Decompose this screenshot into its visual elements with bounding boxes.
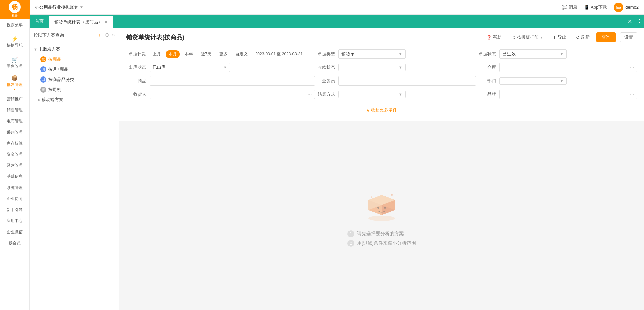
refresh-btn[interactable]: ↺ 刷新 [573, 33, 592, 42]
sidebar-item-app-center[interactable]: 应用中心 [0, 215, 29, 226]
edit-scheme-btn[interactable]: ⊙ [105, 32, 109, 39]
receipt-status-select[interactable]: ▼ [338, 64, 406, 71]
by-product-icon: 按 [40, 56, 46, 62]
salesman-label: 业务员 [315, 78, 338, 84]
warehouse-input[interactable]: ··· [499, 63, 637, 72]
sidebar-quick-nav[interactable]: ⚡ 快捷导航 [0, 33, 29, 51]
doc-status-value: 已生效 [502, 51, 558, 57]
tree-child-label-by-register: 按司机 [48, 87, 61, 93]
brand-dots[interactable]: ··· [630, 91, 634, 97]
tip-text-2: 用[过滤]条件来缩小分析范围 [357, 240, 416, 246]
date-btn-last-month[interactable]: 上月 [150, 50, 164, 58]
doc-status-control: 已生效 ▼ [499, 49, 637, 59]
avatar-initials: Ea [616, 5, 621, 9]
tree-child-by-register[interactable]: 按 按司机 [30, 85, 119, 95]
receipt-status-arrow: ▼ [399, 65, 402, 69]
refresh-label: 刷新 [581, 34, 590, 40]
out-status-value: 已出库 [153, 64, 221, 70]
doc-type-value: 销货单 [341, 51, 397, 57]
app-logo[interactable]: 畅 标账 [0, 0, 30, 19]
svg-text:✦: ✦ [392, 201, 394, 204]
sidebar-item-basic[interactable]: 基础信息 [0, 171, 29, 182]
tree-child-by-product[interactable]: 按 按商品 [30, 54, 119, 64]
out-status-select[interactable]: 已出库 ▼ [150, 63, 230, 72]
print-arrow-icon: ▼ [540, 36, 543, 39]
user-area[interactable]: Ea demo2 [614, 3, 639, 12]
date-btn-last-7-days[interactable]: 近7天 [198, 50, 214, 58]
sidebar-item-purchase[interactable]: 采购管理 [0, 127, 29, 138]
collapse-btn[interactable]: ∧ 收起更多条件 [364, 104, 400, 116]
receiver-input[interactable]: ··· [150, 90, 315, 99]
doc-type-arrow: ▼ [399, 52, 402, 56]
date-btn-more[interactable]: 更多 [216, 50, 230, 58]
empty-state: ✦ ✦ ✦ 1 请先选择要分析的方案 2 用[过滤]条件来缩小分析范围 [119, 121, 644, 310]
date-btn-this-year[interactable]: 本年 [182, 50, 196, 58]
export-btn[interactable]: ⬇ 导出 [550, 33, 569, 42]
app-download-btn[interactable]: 📱 App下载 [584, 4, 607, 10]
brand-label: 品牌 [476, 91, 499, 97]
help-btn[interactable]: ❓ 帮助 [484, 33, 504, 42]
payment-select[interactable]: ▼ [338, 91, 406, 98]
sidebar-label-sales: 销售管理 [7, 107, 23, 113]
tree-arrow-mobile: ▶ [38, 98, 40, 102]
sidebar-item-ecommerce[interactable]: 电商管理 [0, 116, 29, 127]
filter-row-2: 出库状态 已出库 ▼ 收款状态 ▼ 仓库 [126, 63, 637, 72]
collapse-panel-btn[interactable]: « [112, 32, 115, 39]
tree-desktop-parent[interactable]: ▼ 电脑端方案 [30, 44, 119, 54]
expand-window-btn[interactable]: ⛶ [635, 18, 640, 24]
svg-text:✦: ✦ [370, 195, 373, 199]
search-menu-item[interactable]: 搜索菜单 [0, 19, 29, 30]
doc-status-select[interactable]: 已生效 ▼ [499, 49, 567, 59]
salesman-dots[interactable]: ··· [469, 78, 473, 84]
sidebar-item-retail[interactable]: 🛒 零售管理 [0, 54, 29, 72]
brand-input[interactable]: ··· [499, 90, 637, 99]
sidebar-item-operation[interactable]: 经营管理 [0, 160, 29, 171]
print-label: 按模板打印 [517, 34, 539, 40]
search-menu-label: 搜索菜单 [7, 22, 23, 27]
salesman-input[interactable]: ··· [338, 76, 476, 86]
left-panel-title: 按以下方案查询 [34, 32, 95, 38]
query-btn[interactable]: 查询 [596, 32, 616, 42]
receipt-status-control: ▼ [338, 64, 476, 71]
sidebar-item-enterprise-coop[interactable]: 企业协同 [0, 193, 29, 204]
svg-point-8 [384, 207, 386, 209]
sidebar-item-sales[interactable]: 销售管理 [0, 105, 29, 116]
product-control: ··· [150, 76, 315, 86]
app-download-label: App下载 [591, 4, 607, 10]
doc-type-select[interactable]: 销货单 ▼ [338, 49, 406, 59]
warehouse-dots[interactable]: ··· [630, 64, 634, 70]
sidebar-item-inventory[interactable]: 库存核算 [0, 138, 29, 149]
sidebar-item-enterprise-wechat[interactable]: 企业微信 [0, 226, 29, 238]
close-window-btn[interactable]: ✕ [628, 18, 632, 25]
sidebar-item-wholesale[interactable]: 📦 批发管理 ▲ [0, 72, 29, 94]
department-select[interactable]: ▼ [499, 77, 567, 85]
content-area: 按以下方案查询 ＋ ⊙ « ▼ 电脑端方案 按 按商品 回 按月+ [30, 28, 644, 310]
tab-report[interactable]: 销货单统计表（按商品） ✕ [49, 16, 113, 28]
export-label: 导出 [558, 34, 567, 40]
sidebar-item-member[interactable]: 畅会员 [0, 238, 29, 249]
company-selector[interactable]: 办公用品行业模拟账套 ▼ [35, 4, 83, 10]
product-input[interactable]: ··· [150, 76, 315, 86]
messages-btn[interactable]: 💬 消息 [562, 4, 577, 10]
tree-mobile-parent[interactable]: ▶ 移动端方案 [30, 95, 119, 105]
sidebar-label-retail: 零售管理 [7, 64, 23, 69]
by-category-icon: 回 [40, 76, 46, 83]
tab-close-icon[interactable]: ✕ [104, 20, 108, 24]
sidebar-item-finance[interactable]: 资金管理 [0, 149, 29, 160]
receiver-dots[interactable]: ··· [307, 91, 312, 97]
tree-child-by-month-product[interactable]: 回 按月+商品 [30, 64, 119, 74]
settings-btn[interactable]: 设置 [620, 32, 637, 42]
product-dots[interactable]: ··· [307, 78, 312, 84]
help-label: 帮助 [493, 34, 502, 40]
print-btn[interactable]: 🖨 按模板打印 ▼ [508, 33, 546, 42]
tree-child-by-category[interactable]: 回 按商品品分类 [30, 74, 119, 85]
add-scheme-btn[interactable]: ＋ [97, 32, 102, 39]
svg-point-7 [377, 207, 379, 209]
user-avatar: Ea [614, 3, 623, 12]
tab-home[interactable]: 首页 [30, 15, 49, 28]
date-btn-this-month[interactable]: 本月 [166, 50, 180, 58]
sidebar-item-system[interactable]: 系统管理 [0, 182, 29, 193]
sidebar-item-marketing[interactable]: 营销推广 [0, 94, 29, 105]
sidebar-item-new-guide[interactable]: 新手引导 [0, 204, 29, 215]
date-btn-custom[interactable]: 自定义 [232, 50, 251, 58]
